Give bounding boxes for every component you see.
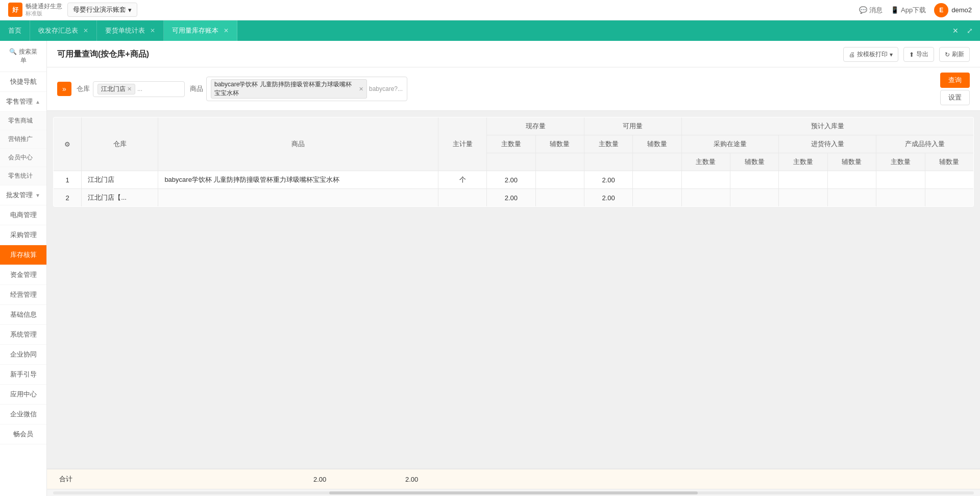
row1-purch-transit-main [681, 171, 730, 189]
product-tag[interactable]: babycare学饮杯 儿童防摔防撞吸管杯重力球吸嘴杯宝宝水杯 ✕ [211, 79, 367, 99]
product-filter-input[interactable]: babycare学饮杯 儿童防摔防撞吸管杯重力球吸嘴杯宝宝水杯 ✕ babyca… [206, 77, 407, 101]
industry-selector[interactable]: 母婴行业演示账套 ▾ [67, 3, 137, 17]
row1-stock-main: 2.00 [487, 171, 535, 189]
logo-area: 好 畅捷通好生意 标准版 [8, 3, 62, 17]
export-btn[interactable]: ⬆ 导出 [903, 47, 934, 62]
warehouse-tag-remove[interactable]: ✕ [127, 86, 132, 92]
sidebar-item-enterprise-wechat[interactable]: 企业微信 [0, 405, 46, 424]
product-filter-group: 商品 babycare学饮杯 儿童防摔防撞吸管杯重力球吸嘴杯宝宝水杯 ✕ bab… [190, 77, 407, 101]
warehouse-tag-text: 江北门店 [101, 85, 126, 93]
th-settings[interactable]: ⚙ [54, 117, 82, 171]
sidebar-item-new-guide[interactable]: 新手引导 [0, 365, 46, 385]
warehouse-tag[interactable]: 江北门店 ✕ [97, 84, 135, 95]
row1-no: 1 [54, 171, 82, 189]
th-current-stock: 现存量 [487, 117, 584, 135]
sidebar-item-basic-info[interactable]: 基础信息 [0, 305, 46, 325]
tab-receive-pay-close[interactable]: ✕ [83, 27, 88, 34]
data-table: ⚙ 仓库 商品 主计量 现存量 可用量 预计入库量 主数量 辅数量 主数量 辅数… [53, 117, 974, 207]
row1-avail-aux [633, 171, 681, 189]
app-download-btn[interactable]: 📱 App下载 [891, 6, 926, 15]
row1-main-unit: 个 [438, 171, 486, 189]
row2-prod-pend-aux [925, 189, 974, 207]
row1-prod-pend-aux [925, 171, 974, 189]
tab-receive-pay-summary[interactable]: 收发存汇总表 ✕ [30, 20, 97, 41]
th-stock-aux-qty2 [535, 153, 584, 171]
table-scrollbar-container [47, 489, 980, 496]
print-template-btn[interactable]: 🖨 按模板打印 ▾ [843, 47, 898, 62]
table-row: 1 江北门店 babycare学饮杯 儿童防摔防撞吸管杯重力球吸嘴杯宝宝水杯 个… [54, 171, 974, 189]
row2-product [158, 189, 438, 207]
th-purch-pend-main: 主数量 [779, 153, 827, 171]
th-purch-pend-aux: 辅数量 [827, 153, 876, 171]
sidebar-item-purchase[interactable]: 采购管理 [0, 225, 46, 245]
tab-home[interactable]: 首页 [0, 20, 30, 41]
sidebar-item-enterprise-collab[interactable]: 企业协同 [0, 345, 46, 365]
footer-stock-total: 2.00 [313, 476, 364, 483]
sidebar-item-vip[interactable]: 畅会员 [0, 424, 46, 444]
logo-text: 畅捷通好生意 [26, 3, 62, 10]
tab-available-inventory[interactable]: 可用量库存账本 ✕ [164, 20, 237, 41]
query-settings-group: 查询 设置 [940, 73, 970, 105]
sidebar-item-finance[interactable]: 资金管理 [0, 265, 46, 285]
th-purch-transit-aux: 辅数量 [730, 153, 779, 171]
sidebar-item-retail-mall[interactable]: 零售商城 [0, 112, 46, 130]
th-prod-pend-aux: 辅数量 [925, 153, 974, 171]
th-stock-main-qty2 [487, 153, 535, 171]
close-all-tabs-btn[interactable]: ✕ [950, 25, 961, 37]
tab-order-stats[interactable]: 要货单统计表 ✕ [97, 20, 164, 41]
message-btn[interactable]: 💬 消息 [859, 6, 883, 15]
logo-icon: 好 [8, 3, 22, 17]
row2-purch-pend-aux [827, 189, 876, 207]
top-bar: 好 畅捷通好生意 标准版 母婴行业演示账套 ▾ 💬 消息 📱 App下载 E d… [0, 0, 980, 20]
sidebar-item-operations[interactable]: 经营管理 [0, 285, 46, 305]
settings-btn[interactable]: 设置 [940, 90, 970, 105]
chevron-up-icon: ▲ [35, 99, 40, 105]
expand-tabs-btn[interactable]: ⤢ [965, 25, 975, 37]
product-tag-remove[interactable]: ✕ [359, 86, 363, 92]
main-layout: 🔍 搜索菜单 快捷导航 零售管理 ▲ 零售商城 营销推广 会员中心 零售统计 批… [0, 41, 980, 496]
sidebar-item-retail-stats[interactable]: 零售统计 [0, 167, 46, 185]
chevron-down-icon: ▼ [35, 193, 40, 198]
warehouse-filter-input[interactable]: 江北门店 ✕ ... [93, 81, 185, 97]
row1-purch-transit-aux [730, 171, 779, 189]
tab-available-inventory-label: 可用量库存账本 [172, 26, 218, 35]
row2-main-unit [438, 189, 486, 207]
row2-avail-aux [633, 189, 681, 207]
row2-stock-main: 2.00 [487, 189, 535, 207]
row2-purch-pend-main [779, 189, 827, 207]
query-btn[interactable]: 查询 [940, 73, 970, 88]
refresh-btn[interactable]: ↻ 刷新 [939, 47, 970, 62]
scrollbar-thumb[interactable] [329, 491, 698, 494]
row1-prod-pend-main [876, 171, 925, 189]
sidebar-item-ecommerce[interactable]: 电商管理 [0, 205, 46, 225]
message-icon: 💬 [859, 6, 867, 14]
sidebar-item-inventory-check[interactable]: 库存核算 [0, 245, 46, 265]
message-label: 消息 [869, 6, 883, 15]
th-prod-pending: 产成品待入量 [876, 135, 974, 153]
sidebar: 🔍 搜索菜单 快捷导航 零售管理 ▲ 零售商城 营销推广 会员中心 零售统计 批… [0, 41, 47, 496]
product-filter-label: 商品 [190, 84, 203, 93]
export-label: 导出 [916, 50, 928, 59]
nav-tabs-right: ✕ ⤢ [945, 20, 980, 41]
th-avail-aux-qty2 [633, 153, 681, 171]
sidebar-item-retail-mgmt[interactable]: 零售管理 ▲ [0, 92, 46, 112]
th-purch-transit: 采购在途量 [681, 135, 779, 153]
sidebar-search-btn[interactable]: 🔍 搜索菜单 [4, 45, 42, 67]
sidebar-item-system-mgmt[interactable]: 系统管理 [0, 325, 46, 345]
tab-available-inventory-close[interactable]: ✕ [224, 27, 229, 34]
sidebar-item-app-center[interactable]: 应用中心 [0, 385, 46, 405]
sidebar-item-member-center[interactable]: 会员中心 [0, 149, 46, 167]
sidebar-item-wholesale-mgmt[interactable]: 批发管理 ▼ [0, 185, 46, 205]
row2-purch-transit-aux [730, 189, 779, 207]
industry-selector-text: 母婴行业演示账套 [73, 5, 126, 14]
export-icon: ⬆ [909, 51, 914, 58]
sidebar-item-marketing[interactable]: 营销推广 [0, 130, 46, 149]
expand-icon: » [62, 85, 66, 93]
tab-order-stats-close[interactable]: ✕ [150, 27, 155, 34]
filter-expand-btn[interactable]: » [57, 82, 71, 96]
sidebar-search-area: 🔍 搜索菜单 [0, 41, 46, 72]
row1-stock-aux [535, 171, 584, 189]
user-profile[interactable]: E demo2 [934, 3, 972, 17]
sidebar-item-quick-nav[interactable]: 快捷导航 [0, 72, 46, 92]
table-footer: 合计 2.00 2.00 [47, 468, 980, 489]
